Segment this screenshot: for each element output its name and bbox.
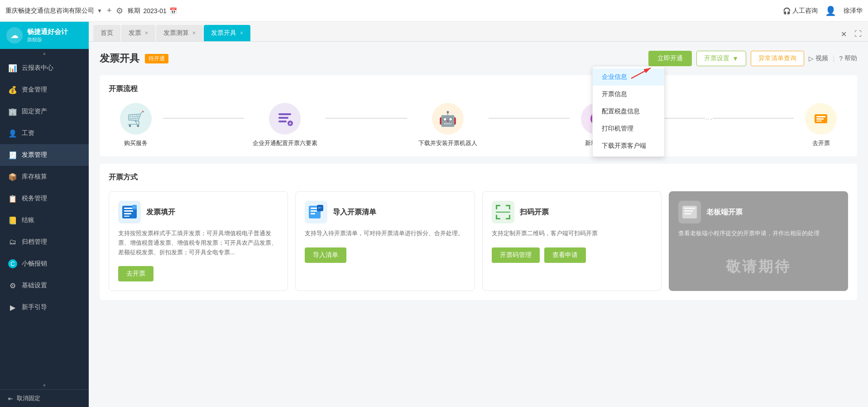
tab-kaiju-label: 发票开具 <box>211 29 236 37</box>
xinshouyin-icon: ▶ <box>8 303 17 312</box>
method-icon-fill: ← <box>118 201 141 223</box>
shuiwu-icon: 📋 <box>8 194 17 203</box>
methods-section: 开票方式 <box>100 164 857 300</box>
sidebar-label-jichushezhi: 基础设置 <box>22 281 47 290</box>
sidebar-item-xinshouyin[interactable]: ▶ 新手引导 <box>0 296 89 318</box>
methods-grid: ← 发票填开 支持按照发票样式手工填开发票；可开具增值税电子普通发票、增值税普通… <box>109 191 848 291</box>
sidebar-item-shuiwu[interactable]: 📋 税务管理 <box>0 188 89 209</box>
headset-icon: 🎧 <box>783 7 791 15</box>
fapiao-icon: 🧾 <box>8 150 17 160</box>
process-step-buy: 🛒 购买服务 <box>109 103 163 147</box>
settings-dropdown-container: 开票设置 ▼ <box>696 51 746 66</box>
jichushezhi-icon: ⚙ <box>8 281 17 290</box>
period-label: 账期 <box>128 7 140 15</box>
process-step-goinvoice: 去开票 <box>794 103 848 147</box>
dropdown-download-client[interactable]: 下载开票客户端 <box>593 137 664 155</box>
sidebar-item-fapiao[interactable]: 🧾 发票管理 <box>0 144 89 166</box>
method-desc-fill: 支持按照发票样式手工填开发票；可开具增值税电子普通发票、增值税普通发票、增值税专… <box>118 229 278 257</box>
video-label: 视频 <box>815 54 828 63</box>
method-card-scan: 扫码开票 支持定制开票二维码，客户端可扫码开票 开票码管理 查看申请 <box>482 191 662 291</box>
sidebar-scroll-up[interactable]: ▲ <box>0 49 89 57</box>
sidebar-item-yunbao[interactable]: 📊 云报表中心 <box>0 57 89 79</box>
view-apply-btn[interactable]: 查看申请 <box>544 247 586 263</box>
go-invoice-btn[interactable]: 去开票 <box>118 266 153 281</box>
calendar-icon[interactable]: 📅 <box>169 7 177 15</box>
invoice-settings-btn[interactable]: 开票设置 ▼ <box>696 51 746 66</box>
method-card-fill: ← 发票填开 支持按照发票样式手工填开发票；可开具增值税电子普通发票、增值税普通… <box>109 191 288 291</box>
tab-fapiao[interactable]: 发票 × <box>121 25 155 41</box>
sidebar-item-guidang[interactable]: 🗂 归档管理 <box>0 231 89 253</box>
page-title: 发票开具 <box>100 52 139 65</box>
process-flow: 🛒 购买服务 + <box>109 103 848 147</box>
process-title: 开票流程 <box>109 84 848 94</box>
method-title-boss: 老板端开票 <box>706 208 743 217</box>
svg-rect-18 <box>124 216 129 217</box>
sidebar-item-jiezhang[interactable]: 📒 结账 <box>0 209 89 231</box>
sidebar-item-zijin[interactable]: 💰 资金管理 <box>0 79 89 101</box>
tab-cesuian[interactable]: 发票测算 × <box>156 25 203 41</box>
tab-close-btn[interactable]: ✕ <box>838 29 849 39</box>
add-icon[interactable]: + <box>107 6 112 15</box>
method-header-import: ← 导入开票清单 <box>305 201 465 223</box>
tab-kaiju[interactable]: 发票开具 × <box>204 25 250 41</box>
help-label: 人工咨询 <box>792 7 818 15</box>
qr-manage-btn[interactable]: 开票码管理 <box>492 247 540 263</box>
sidebar-item-xiaochang[interactable]: C 小畅报销 <box>0 253 89 275</box>
method-icon-import: ← <box>305 201 327 223</box>
process-step-download: 🤖 下载并安装开票机器人 <box>407 103 489 147</box>
method-title-import: 导入开票清单 <box>333 208 376 217</box>
immediate-open-btn[interactable]: 立即开通 <box>648 51 692 66</box>
kucun-icon: 📦 <box>8 172 17 181</box>
user-avatar-icon: 👤 <box>825 5 836 16</box>
video-btn[interactable]: ▷ 视频 <box>809 54 828 63</box>
sidebar-label-xinshouyin: 新手引导 <box>22 303 47 311</box>
account-period: 账期 2023-01 📅 <box>128 7 177 15</box>
tab-cesuian-close[interactable]: × <box>192 30 196 36</box>
method-card-import: ← 导入开票清单 支持导入待开票清单，可对待开票清单进行拆分、合并处理。 导入清… <box>295 191 475 291</box>
company-name: 重庆畅捷交通信息咨询有限公司 ▼ <box>5 7 102 15</box>
dropdown-tax-config[interactable]: 配置税盘信息 <box>593 103 664 120</box>
method-title-scan: 扫码开票 <box>520 208 549 217</box>
method-header-fill: ← 发票填开 <box>118 201 278 223</box>
page-content: 发票开具 待开通 立即开通 开票设置 ▼ <box>89 42 868 407</box>
svg-rect-30 <box>509 205 510 209</box>
sidebar: ☁ 畅捷通好会计 旗舰版 ▲ 📊 云报表中心 💰 资金管理 🏢 固定资产 👤 <box>0 22 89 407</box>
logo-cloud-icon: ☁ <box>10 30 19 40</box>
abnormal-list-btn[interactable]: 异常清单查询 <box>751 51 804 66</box>
sidebar-item-jichushezhi[interactable]: ⚙ 基础设置 <box>0 275 89 296</box>
tab-maximize-btn[interactable]: ⛶ <box>853 29 863 39</box>
tab-kaiju-close[interactable]: × <box>240 30 243 36</box>
sidebar-scroll-down[interactable]: ▼ <box>0 381 89 389</box>
logo-subtitle: 旗舰版 <box>27 36 68 43</box>
help-btn[interactable]: 🎧 人工咨询 <box>783 7 818 15</box>
company-name-text: 重庆畅捷交通信息咨询有限公司 <box>5 7 94 15</box>
svg-rect-17 <box>124 213 131 214</box>
sidebar-label-xiaochang: 小畅报销 <box>22 260 47 268</box>
content-area: 首页 发票 × 发票测算 × 发票开具 × ✕ ⛶ <box>89 22 868 407</box>
sidebar-cancel-pin[interactable]: ⇤ 取消固定 <box>0 389 89 407</box>
sidebar-item-gongzi[interactable]: 👤 工资 <box>0 122 89 144</box>
help-btn[interactable]: ? 帮助 <box>839 54 857 63</box>
pin-icon: ⇤ <box>8 395 13 402</box>
tab-fapiao-close[interactable]: × <box>145 30 148 36</box>
connector-3 <box>489 118 570 119</box>
gudingzichan-icon: 🏢 <box>8 107 17 116</box>
sidebar-item-gudingzichan[interactable]: 🏢 固定资产 <box>0 101 89 122</box>
dropdown-invoice-info[interactable]: 开票信息 <box>593 86 664 103</box>
dropdown-printer[interactable]: 打印机管理 <box>593 120 664 137</box>
svg-rect-12 <box>816 118 824 120</box>
import-list-btn[interactable]: 导入清单 <box>305 247 346 263</box>
play-icon: ▷ <box>809 55 814 62</box>
logo-title: 畅捷通好会计 <box>27 28 68 36</box>
xiaochang-icon: C <box>8 259 17 268</box>
svg-rect-34 <box>509 215 510 219</box>
tab-home[interactable]: 首页 <box>93 25 120 41</box>
sidebar-item-kucun[interactable]: 📦 库存核算 <box>0 166 89 188</box>
logo-text-area: 畅捷通好会计 旗舰版 <box>27 28 68 43</box>
method-header-scan: 扫码开票 <box>492 201 652 223</box>
watermark-text: 敬请期待 <box>669 257 848 277</box>
settings-icon[interactable]: ⚙ <box>116 6 123 16</box>
company-dropdown-icon[interactable]: ▼ <box>97 8 102 14</box>
tab-cesuian-label: 发票测算 <box>163 29 189 37</box>
svg-rect-13 <box>816 121 822 121</box>
